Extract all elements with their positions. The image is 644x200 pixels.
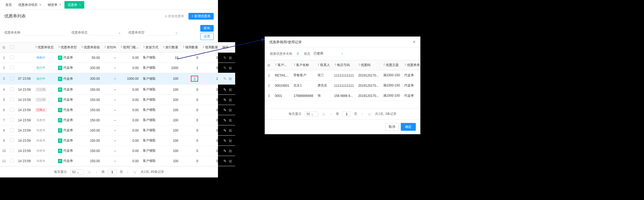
edit-icon: ✎ — [223, 108, 227, 112]
records-modal: 优惠券领用/使用记录 ✕ ⚲ 状态 已使用⌄ ⚙▲▼客户...▲▼客户名称▲▼联… — [265, 37, 420, 134]
qr-icon[interactable]: ⊞ — [229, 88, 232, 92]
distribute-coupon-button[interactable]: ⎘ 发放优惠券 — [163, 13, 186, 20]
column-header[interactable]: ▲▼优惠券类型 — [56, 42, 79, 53]
cancel-button[interactable]: 取消 — [385, 123, 399, 131]
table-row[interactable]: 2 执行中 代代金券 100.00 -- 0.00 客户领取 1000 1 0 … — [0, 63, 235, 73]
next-page-icon[interactable]: › — [126, 170, 129, 174]
first-page-icon[interactable]: ⋀ — [87, 170, 92, 174]
column-header[interactable]: 操作 — [220, 42, 235, 53]
row-checkbox[interactable] — [10, 87, 14, 91]
row-checkbox[interactable] — [10, 97, 14, 101]
per-page-select[interactable]: 50 ⌄ — [70, 169, 84, 175]
row-checkbox[interactable] — [10, 128, 14, 132]
row-checkbox[interactable] — [10, 159, 14, 162]
filter-type-select[interactable]: ⌄ — [147, 30, 179, 36]
column-header[interactable]: ▲▼优惠券类 — [402, 60, 420, 70]
modal-page-input[interactable] — [342, 111, 351, 117]
row-checkbox[interactable] — [10, 66, 14, 69]
row-checkbox[interactable] — [10, 77, 14, 80]
tab[interactable]: 首页 — [2, 1, 15, 9]
row-checkbox[interactable] — [10, 118, 14, 122]
settings-button[interactable]: 设置 — [200, 33, 214, 40]
tab[interactable]: 销货单✕ — [45, 1, 64, 9]
add-coupon-button[interactable]: + 新增优惠券 — [188, 13, 214, 20]
filter-status-select[interactable]: ⌄ — [90, 30, 122, 36]
column-header[interactable]: ▲▼优惠主题 — [381, 60, 402, 70]
qr-icon[interactable]: ⊞ — [229, 56, 232, 60]
modal-search-input[interactable] — [270, 52, 297, 56]
qr-icon[interactable]: ⊞ — [229, 149, 232, 153]
table-row[interactable]: 9 14 23:59 待发布 代代金券 150.00 -- 0.00 客户领取 … — [0, 136, 235, 146]
qr-icon[interactable]: ⊞ — [229, 159, 232, 163]
qr-icon[interactable]: ⊞ — [229, 108, 232, 112]
gear-icon[interactable]: ⚙ — [2, 45, 6, 50]
table-row[interactable]: 1 待执行 代代金券 50.00 -- 0.00 客户领取 10 0 0 ✎⊞ — [0, 53, 235, 63]
row-checkbox[interactable] — [10, 138, 14, 142]
qr-icon[interactable]: ⊞ — [229, 77, 232, 81]
close-icon[interactable]: ✕ — [59, 1, 61, 9]
column-header[interactable]: ▲▼优惠券面值 — [79, 42, 102, 53]
claimed-link[interactable]: 3 — [194, 77, 195, 81]
table-row[interactable]: 6 14 23:59 已终止 代代金券 150.00 -- 0.00 客户领取 … — [0, 105, 235, 115]
column-header[interactable]: ▲▼优惠码 — [356, 60, 381, 70]
first-page-icon[interactable]: ⋀ — [321, 112, 326, 116]
qr-icon[interactable]: ⊞ — [229, 98, 232, 102]
row-checkbox[interactable] — [10, 108, 14, 111]
close-icon[interactable]: ✕ — [79, 1, 81, 9]
last-page-icon[interactable]: ⋁ — [367, 112, 372, 116]
select-all-checkbox[interactable] — [10, 45, 14, 49]
edit-icon[interactable]: ✎ — [223, 66, 227, 70]
confirm-button[interactable]: 确定 — [401, 123, 416, 131]
last-page-icon[interactable]: ⋁ — [133, 170, 137, 174]
table-row[interactable]: 7 14 23:59 待发布 代代金券 150.00 -- 0.00 客户领取 … — [0, 115, 235, 125]
gear-icon[interactable]: ⚙ — [267, 63, 271, 67]
column-header[interactable]: ▲▼联系人 — [315, 60, 332, 70]
column-header[interactable]: ▲▼折扣% — [102, 42, 118, 53]
table-row[interactable]: 3000117666666666张156 6666 6...2019120170… — [265, 91, 420, 101]
column-header[interactable]: ▲▼客户... — [273, 60, 291, 70]
qr-icon[interactable]: ⊞ — [229, 66, 232, 70]
modal-per-page-select[interactable]: 50 ⌄ — [305, 111, 318, 117]
modal-status-label: 状态 — [304, 52, 310, 56]
qr-icon[interactable]: ⊞ — [229, 128, 232, 133]
column-header[interactable]: ▲▼发行数量 — [161, 42, 180, 53]
column-header[interactable]: ▲▼客户名称 — [291, 60, 315, 70]
close-icon[interactable]: ✕ — [412, 39, 416, 45]
qr-icon[interactable]: ⊞ — [229, 118, 232, 122]
column-header[interactable]: ▲▼发放方式 — [141, 42, 161, 53]
column-header[interactable]: ▲▼领用数量 — [180, 42, 200, 53]
prev-page-icon[interactable]: ‹ — [329, 112, 333, 116]
table-row[interactable]: 8 14 23:59 待发布 代代金券 150.00 -- 0.00 客户领取 … — [0, 125, 235, 136]
edit-icon[interactable]: ✎ — [223, 77, 227, 81]
edit-icon[interactable]: ✎ — [223, 56, 227, 60]
column-header[interactable]: ▲▼使用门槛... — [118, 42, 141, 53]
table-row[interactable]: 200010001北京1唐先生111111111112019120170...满… — [265, 81, 420, 91]
type-badge-icon: 代 — [58, 139, 62, 143]
close-icon[interactable]: ✕ — [39, 1, 41, 9]
tab[interactable]: 优惠券✕ — [64, 1, 84, 9]
column-header[interactable]: ▲▼电话号码 — [332, 60, 356, 70]
modal-status-select[interactable]: 已使用⌄ — [312, 50, 345, 57]
status-badge: 待执行 — [35, 55, 47, 60]
page-input[interactable] — [108, 169, 117, 175]
table-row[interactable]: 3 07 23:59 执行中 代代金券 200.00 -- 1000.00 客户… — [0, 73, 235, 85]
qr-icon[interactable]: ⊞ — [229, 139, 232, 143]
search-button[interactable]: 查询 — [200, 25, 214, 32]
table-row[interactable]: 4 14 23:59 已过期 代代金券 150.00 -- 0.00 客户领取 … — [0, 85, 235, 95]
next-page-icon[interactable]: › — [361, 112, 364, 116]
modal-pagination: 每页显示 50 ⌄ ⋀ ‹ 第 页 › ⋁ 共1页, 3条记录 — [265, 108, 420, 119]
table-row[interactable]: 5 14 23:59 已过期 代代金券 150.00 -- 0.00 客户领取 … — [0, 95, 235, 105]
table-row[interactable]: 10 14 23:59 待发布 代代金券 150.00 -- 0.00 客户领取… — [0, 146, 235, 156]
tab[interactable]: 优惠券详情页✕ — [15, 1, 45, 9]
status-badge: 待发布 — [35, 159, 47, 163]
type-badge-icon: 代 — [58, 108, 62, 112]
table-row[interactable]: 1RETAIL...零散客户张三111111111112019120170...… — [265, 70, 420, 81]
column-header[interactable]: ▲▼使用数量 — [200, 42, 220, 53]
prev-page-icon[interactable]: ‹ — [95, 170, 98, 174]
column-header[interactable]: ▲▼优惠券状态 — [33, 42, 56, 53]
row-checkbox[interactable] — [10, 148, 14, 152]
modal-search[interactable]: ⚲ — [269, 51, 300, 56]
row-checkbox[interactable] — [10, 55, 14, 59]
table-row[interactable]: 11 14 23:59 待发布 代代金券 150.00 -- 0.00 客户领取… — [0, 156, 235, 166]
filter-name-input[interactable] — [23, 30, 65, 36]
